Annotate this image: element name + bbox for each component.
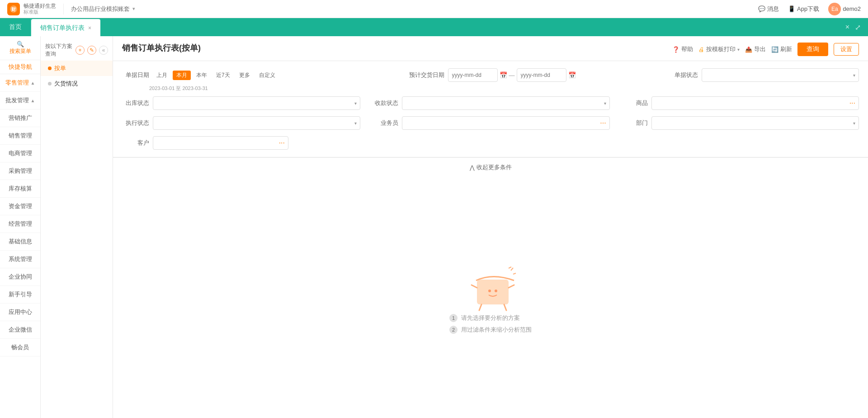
sidebar-item-wholesale[interactable]: 批发管理 ▲	[0, 92, 40, 109]
download-icon: 📱	[788, 5, 795, 12]
customer-input[interactable]	[153, 136, 288, 150]
calendar-end-icon[interactable]: 📅	[568, 71, 576, 79]
export-icon: 📤	[745, 46, 752, 53]
sidebar-item-operations[interactable]: 经营管理	[0, 215, 40, 233]
svg-line-4	[509, 267, 511, 268]
sidebar-item-finance[interactable]: 资金管理	[0, 198, 40, 215]
scheme-item-order[interactable]: 按单	[41, 61, 113, 76]
date-filter-group: 单据日期 上月 本月 本年 近7天 更多 自定义	[122, 71, 398, 80]
tab-close-icon[interactable]: ×	[88, 25, 91, 31]
sidebar-item-marketing[interactable]: 营销推广	[0, 109, 40, 127]
active-dot-icon	[48, 66, 52, 70]
sidebar-quick-nav[interactable]: 快捷导航	[0, 60, 40, 74]
sidebar-item-basic[interactable]: 基础信息	[0, 233, 40, 251]
sidebar-item-enterprise[interactable]: 企业协同	[0, 268, 40, 286]
expected-date-start-input[interactable]	[448, 68, 498, 82]
refresh-icon: 🔄	[771, 46, 778, 53]
message-btn[interactable]: 💬 消息	[758, 5, 779, 13]
sidebar-item-system[interactable]: 系统管理	[0, 251, 40, 268]
sidebar-item-member[interactable]: 畅会员	[0, 339, 40, 356]
main-layout: 🔍 搜索菜单 快捷导航 零售管理 ▲ 批发管理 ▲ 营销推广 销售管理 电商管理…	[0, 36, 868, 418]
goods-input[interactable]	[651, 96, 859, 110]
calendar-start-icon[interactable]: 📅	[500, 71, 507, 79]
inactive-dot-icon	[48, 82, 52, 86]
tab-active[interactable]: 销售订单执行表 ×	[31, 19, 100, 37]
logo-text: 畅捷通好生意 标准版	[24, 3, 56, 15]
print-dropdown-icon: ▾	[737, 47, 740, 52]
breadcrumb[interactable]: 办公用品行业模拟账套 ▾	[71, 5, 135, 13]
left-panel: 按以下方案查询 + ✎ « 按单	[41, 36, 113, 418]
scheme-item-backorder[interactable]: 欠货情况	[41, 76, 113, 91]
window-expand-icon[interactable]: ⤢	[855, 23, 861, 32]
dept-wrapper: ▾	[651, 116, 859, 130]
date-tab-more[interactable]: 更多	[236, 71, 254, 80]
collapse-btn[interactable]: ⋀ 收起更多条件	[466, 160, 515, 175]
expected-date-end-input[interactable]	[517, 68, 566, 82]
svg-line-10	[472, 285, 477, 288]
chevron-icon: ▲	[31, 81, 35, 86]
sidebar-item-retail[interactable]: 零售管理 ▲	[0, 74, 40, 92]
out-status-label: 出库状态	[122, 99, 149, 107]
hint-num-2: 2	[449, 326, 458, 334]
date-tab-last-month[interactable]: 上月	[153, 71, 171, 80]
query-button[interactable]: 查询	[797, 43, 828, 56]
dept-label: 部门	[621, 119, 648, 127]
exec-status-select[interactable]	[153, 116, 360, 130]
sidebar-item-guide[interactable]: 新手引导	[0, 286, 40, 304]
customer-group: 客户 ···	[122, 136, 364, 150]
salesperson-label: 业务员	[371, 119, 398, 127]
print-btn[interactable]: 🖨 按模板打印 ▾	[698, 45, 740, 53]
logo-area: 财 畅捷通好生意 标准版 办公用品行业模拟账套 ▾	[7, 3, 135, 15]
date-tab-7days[interactable]: 近7天	[212, 71, 234, 80]
sidebar-item-purchase[interactable]: 采购管理	[0, 162, 40, 180]
search-icon: 🔍	[17, 41, 24, 48]
window-close-icon[interactable]: ×	[845, 23, 849, 31]
receipt-status-select[interactable]	[402, 96, 609, 110]
export-btn[interactable]: 📤 导出	[745, 45, 766, 53]
date-tab-custom[interactable]: 自定义	[255, 71, 279, 80]
empty-hints: 1 请先选择要分析的方案 2 用过滤条件来缩小分析范围	[449, 314, 532, 334]
hint-item-1: 1 请先选择要分析的方案	[449, 314, 532, 322]
avatar: Ea	[828, 3, 841, 15]
customer-wrapper: ···	[153, 136, 288, 150]
date-tab-this-month[interactable]: 本月	[173, 71, 191, 80]
date-tab-this-year[interactable]: 本年	[193, 71, 211, 80]
tab-home[interactable]: 首页	[0, 18, 31, 36]
out-status-group: 出库状态 ▾	[122, 96, 360, 110]
sidebar-item-ecommerce[interactable]: 电商管理	[0, 145, 40, 162]
exec-status-group: 执行状态 ▾	[122, 116, 360, 130]
doc-status-select[interactable]	[702, 68, 859, 82]
doc-status-label: 单据状态	[671, 71, 698, 79]
receipt-status-wrapper: ▾	[402, 96, 609, 110]
app-download-btn[interactable]: 📱 App下载	[788, 5, 819, 13]
sidebar-search[interactable]: 🔍 搜索菜单	[0, 36, 40, 60]
filter-row-2: 出库状态 ▾ 收款状态 ▾	[122, 96, 859, 110]
refresh-btn[interactable]: 🔄 刷新	[771, 45, 792, 53]
edit-scheme-btn[interactable]: ✎	[87, 46, 96, 55]
dept-select[interactable]	[651, 116, 859, 130]
svg-line-3	[511, 268, 513, 271]
goods-wrapper: ···	[651, 96, 859, 110]
out-status-select[interactable]	[153, 96, 360, 110]
settings-button[interactable]: 设置	[834, 43, 859, 56]
salesperson-input[interactable]	[402, 116, 609, 130]
hint-item-2: 2 用过滤条件来缩小分析范围	[449, 326, 532, 334]
sidebar-item-inventory[interactable]: 库存核算	[0, 180, 40, 198]
sidebar-item-sales[interactable]: 销售管理	[0, 127, 40, 145]
add-scheme-btn[interactable]: +	[75, 46, 85, 55]
svg-text:财: 财	[11, 7, 16, 12]
logo-icon: 财	[7, 3, 20, 15]
left-panel-actions: + ✎ «	[75, 46, 108, 55]
sidebar-item-appstore[interactable]: 应用中心	[0, 304, 40, 321]
salesperson-wrapper: ···	[402, 116, 609, 130]
content-area: 按以下方案查询 + ✎ « 按单	[41, 36, 868, 418]
right-panel: 销售订单执行表(按单) ❓ 帮助 🖨 按模板打印 ▾ 📤	[113, 36, 868, 418]
user-menu[interactable]: Ea demo2	[828, 3, 861, 15]
header-right: 💬 消息 📱 App下载 Ea demo2	[758, 3, 861, 15]
tab-bar: 首页 销售订单执行表 × × ⤢	[0, 18, 868, 36]
sidebar-item-wechat[interactable]: 企业微信	[0, 321, 40, 339]
filter-row-1: 单据日期 上月 本月 本年 近7天 更多 自定义	[122, 68, 859, 82]
salesperson-group: 业务员 ···	[371, 116, 609, 130]
collapse-panel-btn[interactable]: «	[99, 46, 108, 55]
help-btn[interactable]: ❓ 帮助	[672, 45, 693, 53]
